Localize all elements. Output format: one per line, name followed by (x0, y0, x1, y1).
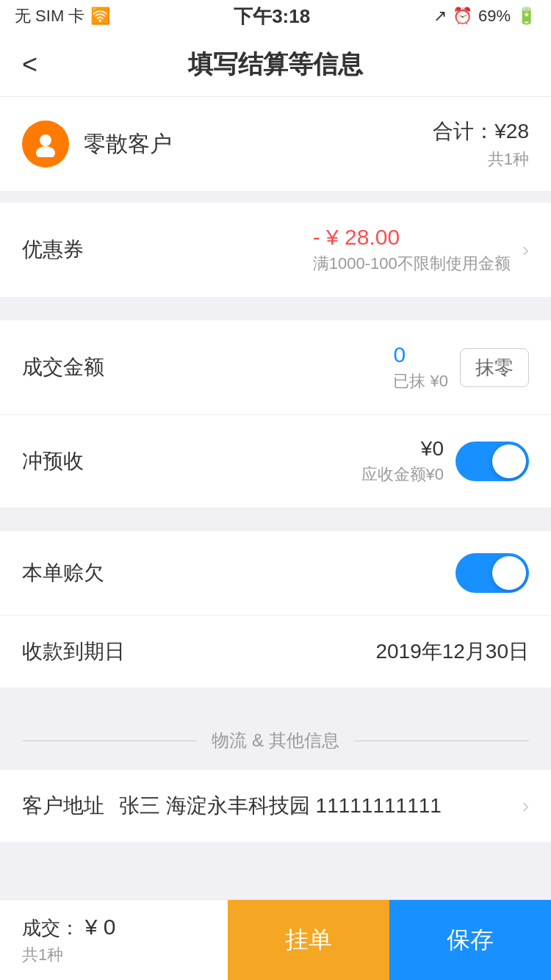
due-date-value: 2019年12月30日 (375, 638, 529, 666)
section-gap-2 (0, 519, 551, 531)
status-time: 下午3:18 (234, 4, 310, 29)
coupon-card: 优惠券 - ¥ 28.00 满1000-100不限制使用金额 › (0, 203, 551, 297)
logistics-divider: 物流 & 其他信息 (0, 711, 551, 770)
prepayment-sub: 应收金额¥0 (361, 464, 444, 486)
customer-count: 共1种 (433, 148, 529, 170)
due-date-row: 收款到期日 2019年12月30日 (0, 616, 551, 688)
avatar (22, 120, 69, 167)
svg-point-0 (40, 134, 51, 146)
section-gap-3 (0, 699, 551, 711)
coupon-right: - ¥ 28.00 满1000-100不限制使用金额 › (313, 225, 529, 275)
alarm-icon: ⏰ (453, 7, 472, 26)
divider-line-right (354, 741, 529, 741)
address-value: 张三 海淀永丰科技园 11111111111 (119, 792, 522, 820)
prepayment-right: ¥0 应收金额¥0 (361, 437, 529, 486)
address-card: 客户地址 张三 海淀永丰科技园 11111111111 › (0, 770, 551, 842)
battery-text: 69% (478, 7, 511, 26)
section-gap-1 (0, 309, 551, 320)
prepayment-row: 冲预收 ¥0 应收金额¥0 (0, 415, 551, 508)
round-zero-button[interactable]: 抹零 (460, 348, 529, 387)
coupon-row[interactable]: 优惠券 - ¥ 28.00 满1000-100不限制使用金额 › (0, 203, 551, 297)
trade-amount-values: 0 已抹 ¥0 (393, 342, 448, 392)
customer-name: 零散客户 (84, 129, 172, 159)
battery-icon: 🔋 (516, 7, 536, 26)
trade-amount-sub: 已抹 ¥0 (393, 370, 448, 392)
trade-card: 成交金额 0 已抹 ¥0 抹零 冲预收 ¥0 应收金额¥0 (0, 320, 551, 508)
status-right: ↗ ⏰ 69% 🔋 (433, 7, 536, 26)
prepayment-value: ¥0 (361, 437, 444, 461)
bottom-info: 成交： ¥ 0 共1种 (0, 915, 228, 966)
divider-line-left (22, 741, 197, 741)
address-chevron-icon: › (522, 794, 529, 818)
status-bar: 无 SIM 卡 🛜 下午3:18 ↗ ⏰ 69% 🔋 (0, 0, 551, 32)
trade-amount-right: 0 已抹 ¥0 抹零 (393, 342, 529, 392)
bottom-count: 共1种 (22, 944, 206, 966)
customer-left: 零散客户 (22, 120, 172, 167)
address-row[interactable]: 客户地址 张三 海淀永丰科技园 11111111111 › (0, 770, 551, 842)
bottom-trade-value: ¥ 0 (85, 915, 116, 939)
bottom-bar: 成交： ¥ 0 共1种 挂单 保存 (0, 899, 551, 980)
coupon-subtext: 满1000-100不限制使用金额 (313, 253, 511, 275)
prepayment-values: ¥0 应收金额¥0 (361, 437, 444, 486)
bottom-trade-label: 成交： (22, 917, 79, 939)
wifi-icon: 🛜 (90, 7, 110, 26)
customer-row: 零散客户 合计：¥28 共1种 (0, 97, 551, 191)
content: 零散客户 合计：¥28 共1种 优惠券 - ¥ 28.00 满1000-100不… (0, 97, 551, 942)
debt-toggle-knob (492, 556, 526, 590)
coupon-value-container: - ¥ 28.00 满1000-100不限制使用金额 (313, 225, 511, 275)
bottom-trade-line: 成交： ¥ 0 (22, 915, 206, 941)
svg-point-1 (36, 146, 55, 157)
status-left: 无 SIM 卡 🛜 (15, 5, 110, 27)
coupon-value: - ¥ 28.00 (313, 225, 511, 250)
debt-label: 本单赊欠 (22, 559, 104, 587)
coupon-chevron-icon: › (522, 238, 529, 262)
no-sim-text: 无 SIM 卡 (15, 5, 84, 27)
debt-toggle[interactable] (455, 553, 529, 593)
customer-total: 合计：¥28 (433, 118, 529, 145)
pending-button[interactable]: 挂单 (228, 900, 389, 981)
coupon-label: 优惠券 (22, 236, 84, 264)
debt-right (455, 553, 529, 593)
address-label: 客户地址 (22, 792, 104, 820)
page-title: 填写结算等信息 (188, 48, 363, 82)
save-button[interactable]: 保存 (389, 900, 551, 981)
due-date-label: 收款到期日 (22, 638, 125, 666)
prepayment-toggle-knob (492, 444, 526, 478)
location-icon: ↗ (433, 7, 447, 26)
divider-text: 物流 & 其他信息 (212, 729, 339, 752)
trade-amount-label: 成交金额 (22, 353, 104, 381)
prepayment-toggle[interactable] (455, 442, 529, 481)
customer-right: 合计：¥28 共1种 (433, 118, 529, 170)
debt-card: 本单赊欠 收款到期日 2019年12月30日 (0, 531, 551, 688)
nav-bar: < 填写结算等信息 (0, 32, 551, 97)
back-button[interactable]: < (22, 49, 37, 80)
trade-amount-row: 成交金额 0 已抹 ¥0 抹零 (0, 320, 551, 415)
prepayment-label: 冲预收 (22, 447, 84, 475)
debt-row: 本单赊欠 (0, 531, 551, 616)
trade-amount-value: 0 (393, 342, 448, 367)
